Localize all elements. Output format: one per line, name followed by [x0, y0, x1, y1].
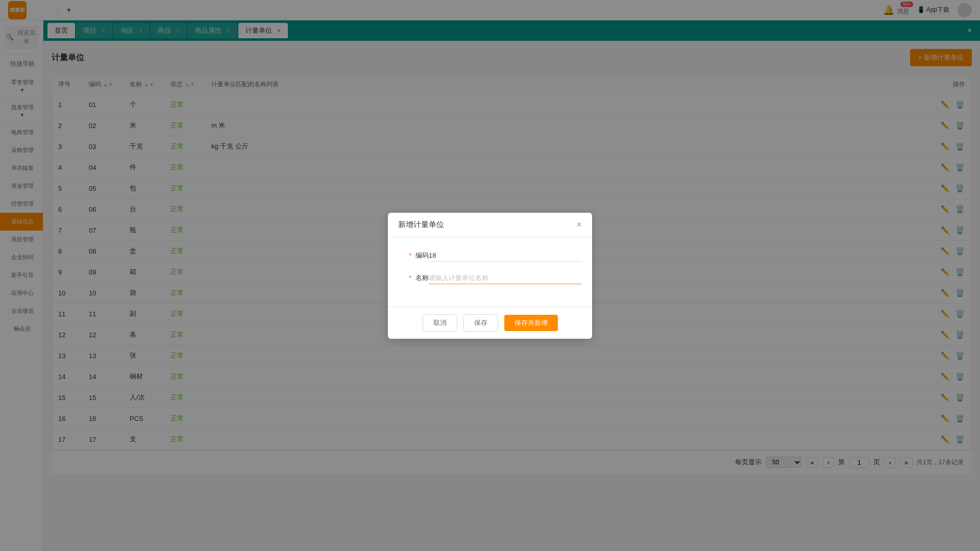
modal-name-input[interactable]	[429, 272, 582, 284]
form-group-code: * 编码	[398, 249, 582, 262]
modal-header: 新增计量单位 ×	[388, 213, 592, 237]
form-label-name: * 名称	[398, 273, 429, 283]
modal-title: 新增计量单位	[398, 220, 444, 230]
modal-body: * 编码 * 名称	[388, 237, 592, 307]
modal-save-button[interactable]: 保存	[463, 314, 498, 332]
modal-cancel-button[interactable]: 取消	[423, 314, 457, 332]
form-group-name: * 名称	[398, 272, 582, 284]
modal-close-button[interactable]: ×	[576, 220, 582, 229]
modal-code-input[interactable]	[429, 249, 582, 262]
modal-save-add-button[interactable]: 保存并新增	[504, 315, 558, 331]
modal-overlay[interactable]: 新增计量单位 × * 编码 * 名称 取消 保存 保存并新增	[0, 0, 980, 551]
add-unit-modal: 新增计量单位 × * 编码 * 名称 取消 保存 保存并新增	[388, 213, 592, 339]
form-label-code: * 编码	[398, 251, 429, 260]
modal-footer: 取消 保存 保存并新增	[388, 307, 592, 339]
required-mark-code: *	[409, 252, 411, 259]
required-mark-name: *	[409, 274, 411, 282]
